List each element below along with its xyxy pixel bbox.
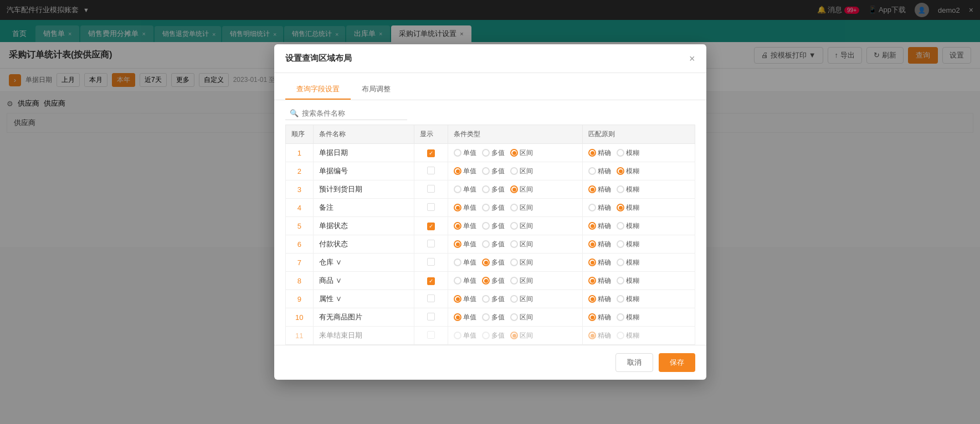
row-match-cell: 精确模糊 [583,180,695,199]
modal-close-button[interactable]: × [689,54,695,64]
row-condition-name: 付款状态 [314,235,414,247]
row-type-cell: 单值多值区间 [448,199,583,217]
display-checkbox[interactable] [427,203,435,211]
type-radio-single[interactable]: 单值 [454,148,476,158]
search-icon: 🔍 [290,109,299,117]
tab-query-fields[interactable]: 查询字段设置 [285,80,351,100]
row-condition-name: 预计到货日期 [314,180,414,199]
type-radio-single[interactable]: 单值 [454,221,476,231]
search-input-wrap: 🔍 [285,107,407,120]
type-radio-single[interactable]: 单值 [454,185,476,194]
match-radio-exact[interactable]: 精确 [588,221,611,231]
match-radio-exact[interactable]: 精确 [588,203,611,213]
search-box: 🔍 [274,100,706,125]
type-radio-range[interactable]: 区间 [510,167,533,176]
type-radio-range[interactable]: 区间 [510,185,533,194]
match-radio-fuzzy[interactable]: 模糊 [617,185,639,194]
th-match: 匹配原则 [583,125,695,144]
row-type-cell: 单值多值区间 [448,144,583,162]
row-match-cell: 精确模糊 [583,162,695,180]
table-row: 6付款状态单值多值区间精确模糊 [285,235,695,247]
row-order: 6 [285,235,314,247]
th-name: 条件名称 [314,125,414,144]
type-radio-multi[interactable]: 多值 [482,203,505,213]
modal-dialog: 设置查询区域布局 × 查询字段设置 布局调整 🔍 顺序 [274,44,706,247]
display-checkbox[interactable] [427,240,435,247]
row-order: 3 [285,180,314,199]
row-match-cell: 精确模糊 [583,235,695,247]
table-row: 2单据编号单值多值区间精确模糊 [285,162,695,180]
modal-body: 顺序 条件名称 显示 条件类型 匹配原则 1单据日期单值多值区间精确模糊2单据编… [274,125,706,247]
row-display-cell [414,235,448,247]
row-order: 2 [285,162,314,180]
row-match-cell: 精确模糊 [583,199,695,217]
type-radio-multi[interactable]: 多值 [482,148,505,158]
match-radio-fuzzy[interactable]: 模糊 [617,167,639,176]
row-order: 5 [285,217,314,235]
type-radio-range[interactable]: 区间 [510,203,533,213]
display-checkbox[interactable] [427,185,435,193]
settings-table: 顺序 条件名称 显示 条件类型 匹配原则 1单据日期单值多值区间精确模糊2单据编… [285,125,695,247]
match-radio-exact[interactable]: 精确 [588,167,611,176]
row-type-cell: 单值多值区间 [448,235,583,247]
match-radio-exact[interactable]: 精确 [588,185,611,194]
row-type-cell: 单值多值区间 [448,180,583,199]
type-radio-multi[interactable]: 多值 [482,221,505,231]
th-type: 条件类型 [448,125,583,144]
search-input[interactable] [302,109,402,117]
row-match-cell: 精确模糊 [583,144,695,162]
modal-tabs: 查询字段设置 布局调整 [274,73,706,100]
row-display-cell [414,162,448,180]
match-radio-fuzzy[interactable]: 模糊 [617,240,639,247]
type-radio-range[interactable]: 区间 [510,221,533,231]
row-order: 4 [285,199,314,217]
match-radio-fuzzy[interactable]: 模糊 [617,221,639,231]
match-radio-fuzzy[interactable]: 模糊 [617,203,639,213]
type-radio-range[interactable]: 区间 [510,148,533,158]
display-checkbox[interactable] [427,149,435,157]
match-radio-fuzzy[interactable]: 模糊 [617,148,639,158]
match-radio-exact[interactable]: 精确 [588,148,611,158]
table-row: 4备注单值多值区间精确模糊 [285,199,695,217]
modal-header: 设置查询区域布局 × [274,44,706,73]
row-condition-name: 单据编号 [314,162,414,180]
display-checkbox[interactable] [427,167,435,174]
display-checkbox[interactable] [427,223,435,230]
th-order: 顺序 [285,125,314,144]
row-display-cell [414,180,448,199]
type-radio-single[interactable]: 单值 [454,240,476,247]
table-row: 5单据状态单值多值区间精确模糊 [285,217,695,235]
type-radio-range[interactable]: 区间 [510,240,533,247]
modal-title: 设置查询区域布局 [285,53,352,64]
row-display-cell [414,144,448,162]
tab-layout-adjust[interactable]: 布局调整 [351,80,402,100]
row-type-cell: 单值多值区间 [448,217,583,235]
row-condition-name: 备注 [314,199,414,217]
match-radio-exact[interactable]: 精确 [588,240,611,247]
row-order: 1 [285,144,314,162]
type-radio-multi[interactable]: 多值 [482,167,505,176]
row-condition-name: 单据状态 [314,217,414,235]
type-radio-multi[interactable]: 多值 [482,240,505,247]
row-type-cell: 单值多值区间 [448,162,583,180]
table-row: 1单据日期单值多值区间精确模糊 [285,144,695,162]
table-row: 3预计到货日期单值多值区间精确模糊 [285,180,695,199]
row-display-cell [414,199,448,217]
type-radio-single[interactable]: 单值 [454,203,476,213]
row-display-cell [414,217,448,235]
type-radio-multi[interactable]: 多值 [482,185,505,194]
row-condition-name: 单据日期 [314,144,414,162]
th-display: 显示 [414,125,448,144]
modal-overlay[interactable]: 设置查询区域布局 × 查询字段设置 布局调整 🔍 顺序 [0,0,980,247]
type-radio-single[interactable]: 单值 [454,167,476,176]
row-match-cell: 精确模糊 [583,217,695,235]
